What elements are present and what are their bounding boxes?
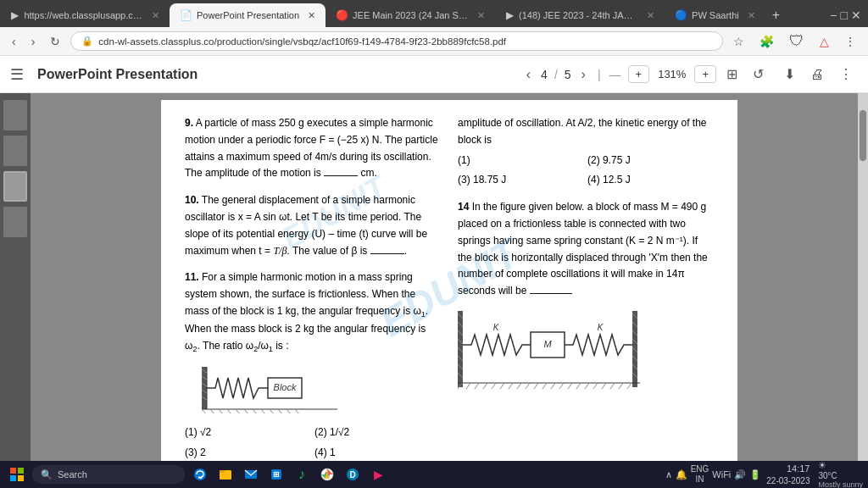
tab-icon-saarthi: 🔵 xyxy=(675,9,687,21)
svg-line-60 xyxy=(585,383,589,389)
scrollbar-track[interactable] xyxy=(858,93,868,461)
new-tab-button[interactable]: + xyxy=(765,3,787,27)
profile-button[interactable]: 🛡 xyxy=(784,29,810,53)
taskbar-spotify-icon[interactable]: ♪ xyxy=(290,463,314,486)
close-button[interactable]: ✕ xyxy=(851,8,861,22)
zoom-out-button[interactable]: + xyxy=(628,65,650,83)
pdf-page: EDUNIT EDUNIT 9. A particle of mass 250 … xyxy=(161,100,737,461)
svg-line-48 xyxy=(483,383,487,389)
tray-battery-icon[interactable]: 🔋 xyxy=(749,469,761,480)
spring-block-svg: Block xyxy=(202,363,337,413)
q10-formula: T/β xyxy=(273,245,287,257)
maximize-button[interactable]: □ xyxy=(841,8,848,22)
tab-video[interactable]: ▶ (148) JEE 2023 - 24th JAN Shift 1 Spe.… xyxy=(495,3,665,27)
svg-line-61 xyxy=(593,383,598,389)
taskbar-dell-icon[interactable]: D xyxy=(341,463,364,486)
back-button[interactable]: ‹ xyxy=(7,31,21,52)
fit-page-button[interactable]: ⊞ xyxy=(721,63,743,86)
tab-close-video[interactable]: ✕ xyxy=(647,10,654,21)
page-prev-button[interactable]: ‹ xyxy=(521,64,536,86)
zoom-in-button[interactable]: + xyxy=(694,65,716,83)
svg-line-21 xyxy=(295,409,300,413)
amp-opt3: (3) 18.75 J xyxy=(458,172,584,189)
url-bar[interactable]: 🔒 cdn-wl-assets.classplus.co/production/… xyxy=(70,31,723,51)
download-button[interactable]: ⬇ xyxy=(779,63,800,86)
q11-opt2: (2) 1/√2 xyxy=(314,424,441,441)
tray-lang-icon: ENG IN xyxy=(691,464,709,485)
tab-icon-powerpoint: 📄 xyxy=(180,9,192,21)
q14-blank xyxy=(530,293,572,294)
q10-text: 10. The general displacement of a simple… xyxy=(185,192,441,259)
taskbar-search[interactable]: 🔍 Search xyxy=(32,465,185,484)
weather-icon: ☀ xyxy=(818,460,826,471)
tray-speaker-icon[interactable]: 🔊 xyxy=(734,469,746,480)
tray-wifi-icon[interactable]: WiFi xyxy=(712,469,731,480)
page-current: 4 xyxy=(541,68,548,81)
alert-button[interactable]: △ xyxy=(815,31,834,52)
start-button[interactable] xyxy=(5,464,29,485)
bookmark-button[interactable]: ☆ xyxy=(728,31,749,52)
amp-opt2: (2) 9.75 J xyxy=(587,152,714,169)
browser-tab-bar: ▶ https://web.classplusapp.com/newAp... … xyxy=(0,0,868,27)
minimize-button[interactable]: − xyxy=(830,8,837,22)
weather-temp: 30°C xyxy=(818,471,837,480)
q-amplitude-cont: amplitude of oscillation. At A/2, the ki… xyxy=(458,115,714,189)
windows-logo-icon xyxy=(10,468,24,481)
taskbar-pw-icon[interactable]: ▶ xyxy=(366,463,390,486)
system-clock[interactable]: 14:17 22-03-2023 xyxy=(766,463,810,485)
scrollbar-thumb[interactable] xyxy=(860,110,866,161)
hamburger-icon[interactable]: ☰ xyxy=(10,65,24,84)
taskbar-edge-icon[interactable] xyxy=(188,463,212,486)
svg-line-55 xyxy=(542,383,547,389)
clock-date: 22-03-2023 xyxy=(766,475,810,486)
print-button[interactable]: 🖨 xyxy=(805,64,829,86)
tab-icon-video: ▶ xyxy=(505,9,514,21)
tab-close-jee[interactable]: ✕ xyxy=(477,10,485,21)
forward-button[interactable]: › xyxy=(26,31,41,52)
tab-saarthi[interactable]: 🔵 PW Saarthi ✕ xyxy=(665,3,765,27)
svg-rect-66 xyxy=(10,468,16,474)
svg-line-13 xyxy=(227,409,232,413)
thumbnail-1[interactable] xyxy=(3,100,27,130)
svg-line-17 xyxy=(261,409,266,413)
two-spring-diagram: K M K xyxy=(458,307,714,397)
page-next-button[interactable]: › xyxy=(576,64,591,86)
svg-line-58 xyxy=(568,383,572,389)
tray-bell-icon[interactable]: 🔔 xyxy=(676,469,687,480)
app-header: ☰ PowerPoint Presentation ‹ 4 / 5 › | — … xyxy=(0,56,868,93)
page-controls: ‹ 4 / 5 › | — + 131% + ⊞ ↺ xyxy=(521,63,769,86)
tray-icons: ∧ 🔔 ENG IN WiFi 🔊 🔋 xyxy=(665,464,762,485)
tab-jee[interactable]: 🔴 JEE Main 2023 (24 Jan Shift 1) - Quizr… xyxy=(326,3,495,27)
tray-up-icon[interactable]: ∧ xyxy=(665,469,672,480)
more-options-button[interactable]: ⋮ xyxy=(834,63,858,86)
tab-powerpoint[interactable]: 📄 PowerPoint Presentation ✕ xyxy=(170,3,326,27)
reload-button[interactable]: ↻ xyxy=(45,31,65,52)
taskbar-mail-icon[interactable] xyxy=(239,463,263,486)
taskbar-explorer-icon[interactable] xyxy=(214,463,237,486)
taskbar: 🔍 Search ⊞ ♪ xyxy=(0,461,868,488)
taskbar-chrome-icon[interactable] xyxy=(315,463,339,486)
tab-close-powerpoint[interactable]: ✕ xyxy=(308,10,315,21)
taskbar-store-icon[interactable]: ⊞ xyxy=(264,463,288,486)
tab-close-saarthi[interactable]: ✕ xyxy=(748,10,755,21)
system-tray: ∧ 🔔 ENG IN WiFi 🔊 🔋 14:17 22-03-2023 ☀ 3… xyxy=(665,460,863,488)
tab-classplus[interactable]: ▶ https://web.classplusapp.com/newAp... … xyxy=(0,3,170,27)
amplitude-options: (1) (2) 9.75 J (3) 18.75 J (4) 12.5 J xyxy=(458,152,714,190)
svg-line-64 xyxy=(619,383,623,389)
svg-line-59 xyxy=(576,383,581,389)
svg-line-63 xyxy=(610,383,615,389)
svg-line-47 xyxy=(475,383,479,389)
rotate-button[interactable]: ↺ xyxy=(748,63,769,86)
thumbnail-2[interactable] xyxy=(3,136,27,166)
header-actions: ⬇ 🖨 ⋮ xyxy=(779,63,858,86)
extensions-button[interactable]: 🧩 xyxy=(754,31,779,52)
menu-button[interactable]: ⋮ xyxy=(839,31,861,52)
thumbnail-3[interactable] xyxy=(3,171,27,202)
thumbnail-4[interactable] xyxy=(3,207,27,237)
spring-block-diagram: Block xyxy=(202,363,441,419)
svg-line-56 xyxy=(551,383,555,389)
url-text: cdn-wl-assets.classplus.co/production/si… xyxy=(98,36,712,47)
app-title: PowerPoint Presentation xyxy=(37,67,198,82)
pdf-viewer-container: EDUNIT EDUNIT 9. A particle of mass 250 … xyxy=(0,93,868,461)
tab-close-classplus[interactable]: ✕ xyxy=(152,10,159,21)
